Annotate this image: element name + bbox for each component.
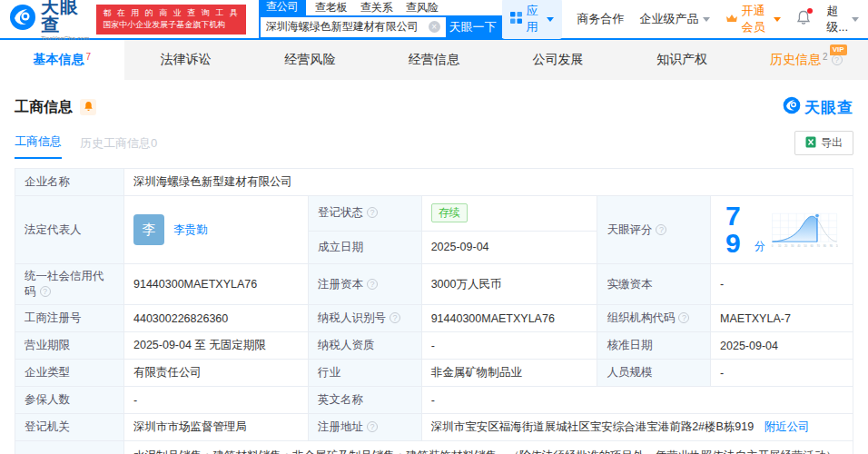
svg-text:30: 30 xyxy=(791,244,794,248)
site-header: 天眼查 TianYanCha.com 都 在 用 的 商 业 查 询 工 具 国… xyxy=(0,0,868,40)
field-label: 统一社会信用代码? xyxy=(15,264,124,305)
notifications-button[interactable] xyxy=(796,10,811,28)
field-label: 注册地址? xyxy=(309,414,422,441)
chevron-down-icon xyxy=(774,17,781,22)
nav-cooperation[interactable]: 商务合作 xyxy=(577,11,625,27)
tab-history-info[interactable]: 历史信息2 ? VIP xyxy=(744,40,868,80)
svg-text:90: 90 xyxy=(830,244,833,248)
field-value: - xyxy=(421,332,597,360)
legal-representative-cell: 李 李贵勤 xyxy=(123,196,308,264)
score-unit: 分 xyxy=(755,239,765,254)
field-label: 参保人数 xyxy=(15,387,124,414)
field-value: - xyxy=(711,360,853,387)
tab-count: 7 xyxy=(86,52,92,62)
clear-icon[interactable]: × xyxy=(429,21,440,33)
chevron-down-icon xyxy=(547,17,554,22)
excel-icon xyxy=(805,136,816,151)
svg-text:10: 10 xyxy=(778,244,782,248)
watermark-text: 天眼查 xyxy=(804,97,853,118)
tab-count: 2 xyxy=(823,52,828,62)
field-value: 440300226826360 xyxy=(123,305,308,332)
search-tab-boss[interactable]: 查老板 xyxy=(315,0,348,15)
business-info-table: 企业名称 深圳海螺绿色新型建材有限公司 法定代表人 李 李贵勤 登记状态? 存续… xyxy=(15,168,853,454)
field-label: 实缴资本 xyxy=(597,264,711,305)
export-button[interactable]: 导出 xyxy=(794,131,853,155)
table-row: 参保人数 - 英文名称 - xyxy=(15,387,853,414)
svg-text:80: 80 xyxy=(823,244,826,248)
field-label: 纳税人识别号? xyxy=(309,305,422,332)
brand-slogan: 都 在 用 的 商 业 查 询 工 具 国家中小企业发展子基金旗下机构 xyxy=(96,5,246,35)
svg-text:100: 100 xyxy=(836,244,838,248)
svg-text:0: 0 xyxy=(772,244,774,248)
tianyancha-eye-icon xyxy=(9,4,36,35)
field-value: 3000万人民币 xyxy=(421,264,597,305)
field-label: 人员规模 xyxy=(597,360,711,387)
search-box: × 天眼一下 xyxy=(259,15,502,39)
search-tabs: 查公司 查老板 查关系 查风险 xyxy=(259,0,502,15)
table-row: 工商注册号 440300226826360 纳税人识别号? 91440300MA… xyxy=(15,305,853,332)
brand-logo[interactable]: 天眼查 TianYanCha.com xyxy=(9,0,89,42)
help-icon[interactable]: ? xyxy=(656,224,666,235)
tab-intellectual-property[interactable]: 知识产权 xyxy=(620,40,745,80)
field-label: 行业 xyxy=(309,360,422,387)
field-label: 纳税人资质 xyxy=(309,332,422,360)
search-tab-risk[interactable]: 查风险 xyxy=(406,0,439,15)
subscribe-bell-button[interactable] xyxy=(80,99,96,115)
help-icon[interactable]: ? xyxy=(367,207,378,218)
tab-operation-risk[interactable]: 经营风险 xyxy=(248,40,372,80)
tab-legal-litigation[interactable]: 法律诉讼 xyxy=(124,40,249,80)
score-chart-ticks: 0102030405060708090100 xyxy=(772,244,838,248)
table-row: 经营范围? 水泥制品销售；建筑材料销售；非金属矿及制品销售；建筑装饰材料销售。（… xyxy=(15,441,853,454)
vip-badge: VIP xyxy=(830,44,847,55)
subtab-history-business-info[interactable]: 历史工商信息0 xyxy=(80,135,157,159)
help-icon[interactable]: ? xyxy=(678,312,689,323)
registration-status: 存续 xyxy=(421,196,597,232)
score-distribution-chart: 0102030405060708090100 xyxy=(771,205,838,254)
crown-icon xyxy=(725,13,738,26)
field-value: 91440300MAETXYLA76 xyxy=(123,264,308,305)
bell-icon xyxy=(84,99,94,115)
apps-menu[interactable]: 应用 xyxy=(502,0,562,39)
field-label: 成立日期 xyxy=(309,231,422,263)
main-content: 工商信息 天眼查 工商信息 历史工商信息0 xyxy=(0,96,868,454)
top-nav: 应用 商务合作 企业级产品 开通会员 超级... xyxy=(502,0,859,39)
notification-dot xyxy=(807,8,813,14)
tab-basic-info[interactable]: 基本信息7 xyxy=(0,40,124,80)
field-label: 注册资本? xyxy=(309,264,422,305)
search-input[interactable] xyxy=(261,17,429,37)
svg-text:40: 40 xyxy=(797,244,801,248)
field-value: 2025-09-04 至 无固定期限 xyxy=(123,332,308,360)
registry-authority: 深圳市市场监督管理局 xyxy=(123,414,308,441)
registered-address-cell: 深圳市宝安区福海街道展城社区宝安综合港宝港前路2#楼B栋919 附近公司 xyxy=(421,414,853,441)
search-button[interactable]: 天眼一下 xyxy=(446,17,500,37)
search-tab-relation[interactable]: 查关系 xyxy=(360,0,393,15)
help-icon[interactable]: ? xyxy=(832,54,843,65)
help-icon[interactable]: ? xyxy=(40,286,51,297)
table-row: 营业期限 2025-09-04 至 无固定期限 纳税人资质 - 核准日期 202… xyxy=(15,332,853,360)
subtab-business-info[interactable]: 工商信息 xyxy=(15,133,62,159)
tab-operation-info[interactable]: 经营信息 xyxy=(372,40,497,80)
open-vip-button[interactable]: 开通会员 xyxy=(725,3,782,35)
nearby-companies-link[interactable]: 附近公司 xyxy=(764,420,810,433)
field-label: 营业期限 xyxy=(15,332,124,360)
grid-apps-icon xyxy=(510,12,522,26)
field-label: 登记机关 xyxy=(15,414,124,441)
avatar[interactable]: 李 xyxy=(133,214,164,245)
help-icon[interactable]: ? xyxy=(367,279,378,290)
company-name: 深圳海螺绿色新型建材有限公司 xyxy=(123,169,853,196)
help-icon[interactable]: ? xyxy=(390,312,400,323)
legal-representative-link[interactable]: 李贵勤 xyxy=(173,222,208,238)
field-value: 非金属矿物制品业 xyxy=(421,360,597,387)
brand-name: 天眼查 xyxy=(41,0,89,34)
user-menu[interactable]: 超级... xyxy=(826,3,859,35)
nav-enterprise-products[interactable]: 企业级产品 xyxy=(640,11,710,27)
search-tab-company[interactable]: 查公司 xyxy=(259,0,306,15)
field-label: 核准日期 xyxy=(597,332,711,360)
field-label: 工商注册号 xyxy=(15,305,124,332)
svg-text:20: 20 xyxy=(784,244,788,248)
score-value: 79 xyxy=(725,202,749,257)
help-icon[interactable]: ? xyxy=(367,421,378,432)
section-title: 工商信息 xyxy=(15,98,73,117)
tab-company-development[interactable]: 公司发展 xyxy=(496,40,620,80)
tianyan-score-cell[interactable]: 79 分 xyxy=(711,196,853,264)
